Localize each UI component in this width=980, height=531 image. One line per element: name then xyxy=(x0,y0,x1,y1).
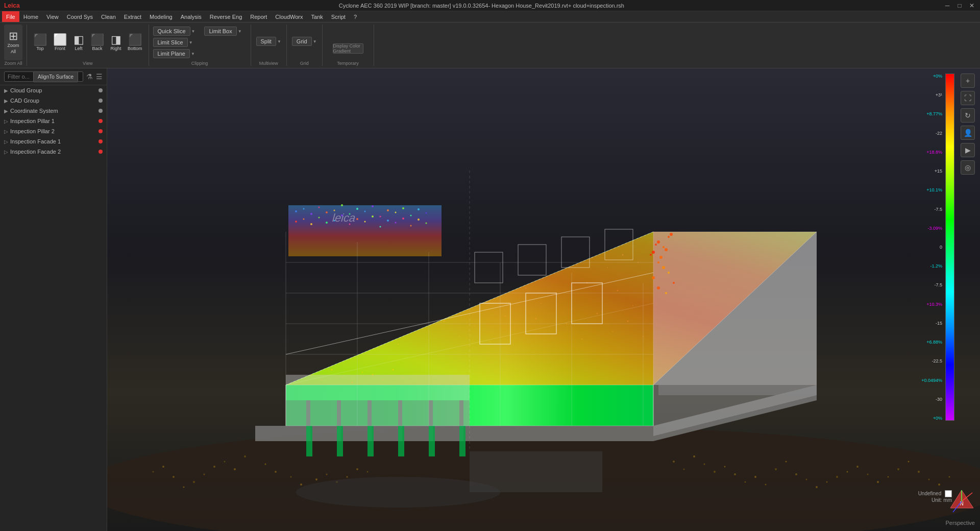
svg-point-14 xyxy=(153,471,154,473)
facade1-arrow: ▷ xyxy=(4,139,8,144)
quick-slice-arrow[interactable]: ▼ xyxy=(191,29,195,34)
display-color-gradient-toggle[interactable]: Display Color Gradient xyxy=(333,43,363,54)
menu-cloudworx[interactable]: CloudWorx xyxy=(271,11,307,22)
menu-view[interactable]: View xyxy=(42,11,63,22)
menu-coord-sys[interactable]: Coord Sys xyxy=(63,11,97,22)
3d-viewport[interactable]: leica +0% +3¹ +8.77% -22 +18.8% +15 +10.… xyxy=(107,68,980,531)
bottom-view-button[interactable]: ⬛ Bottom xyxy=(126,25,144,60)
svg-point-174 xyxy=(380,216,381,218)
quick-slice-button[interactable]: Quick Slice xyxy=(153,27,190,36)
undefined-label: Undefined xyxy=(918,490,952,497)
menu-clean[interactable]: Clean xyxy=(97,11,120,22)
right-view-icon: ◨ xyxy=(111,34,121,45)
sidebar-item-coordinate-system[interactable]: ▶ Coordinate System xyxy=(0,106,107,116)
sidebar: ⚗ ☰ ▶ Cloud Group ▶ CAD Group ▶ Coordina… xyxy=(0,68,107,531)
facade2-dot xyxy=(99,150,103,154)
nav-cube[interactable]: N xyxy=(948,488,976,516)
zoom-in-button[interactable]: + xyxy=(961,74,975,88)
menu-bar: File Home View Coord Sys Clean Extract M… xyxy=(0,11,980,22)
maximize-button[interactable]: □ xyxy=(955,2,964,10)
align-to-surface-button[interactable]: AlignTo Surface xyxy=(33,71,78,82)
svg-point-109 xyxy=(500,254,501,256)
menu-modeling[interactable]: Modeling xyxy=(145,11,177,22)
svg-point-31 xyxy=(775,468,777,470)
sidebar-item-inspection-facade-2[interactable]: ▷ Inspection Facade 2 xyxy=(0,147,107,157)
limit-plane-arrow[interactable]: ▼ xyxy=(191,52,195,56)
split-arrow[interactable]: ▼ xyxy=(277,39,281,44)
person-view-button[interactable]: 👤 xyxy=(961,126,975,140)
grid-arrow[interactable]: ▼ xyxy=(313,39,317,44)
close-button[interactable]: ✕ xyxy=(968,2,976,10)
multiview-group: Split ▼ Multiview xyxy=(251,25,287,66)
sidebar-item-inspection-pillar-1[interactable]: ▷ Inspection Pillar 1 xyxy=(0,116,107,126)
menu-report[interactable]: Report xyxy=(246,11,271,22)
limit-plane-button[interactable]: Limit Plane xyxy=(153,49,190,58)
limit-slice-button[interactable]: Limit Slice xyxy=(153,38,188,47)
menu-extract[interactable]: Extract xyxy=(120,11,145,22)
menu-tank[interactable]: Tank xyxy=(307,11,327,22)
grid-dropdown[interactable]: Grid ▼ xyxy=(292,37,317,46)
cloud-group-arrow: ▶ xyxy=(4,88,8,93)
orbit-button[interactable]: ↻ xyxy=(961,108,975,123)
filter-icon[interactable]: ⚗ xyxy=(86,73,93,81)
grid-button[interactable]: Grid xyxy=(292,37,312,46)
svg-point-111 xyxy=(530,249,532,251)
svg-point-29 xyxy=(754,476,756,478)
split-dropdown[interactable]: Split ▼ xyxy=(256,37,281,46)
menu-reverse-eng[interactable]: Reverse Eng xyxy=(206,11,247,22)
sidebar-item-inspection-pillar-2[interactable]: ▷ Inspection Pillar 2 xyxy=(0,126,107,136)
svg-point-24 xyxy=(704,464,705,465)
menu-analysis[interactable]: Analysis xyxy=(177,11,206,22)
svg-point-19 xyxy=(356,468,358,470)
toolbar: ⊞ Zoom All Zoom All ⬛ Top ⬜ Front ◧ Left… xyxy=(0,22,980,68)
svg-point-62 xyxy=(449,305,450,306)
minimize-button[interactable]: ─ xyxy=(943,2,951,10)
svg-point-81 xyxy=(413,313,414,315)
limit-slice-arrow[interactable]: ▼ xyxy=(189,40,193,45)
zoom-all-button[interactable]: ⊞ Zoom All xyxy=(4,25,22,60)
menu-icon[interactable]: ☰ xyxy=(96,73,103,81)
svg-rect-150 xyxy=(459,426,465,456)
quick-slice-dropdown[interactable]: Quick Slice ▼ xyxy=(153,27,195,36)
svg-point-171 xyxy=(356,208,358,210)
sidebar-item-inspection-facade-1[interactable]: ▷ Inspection Facade 1 xyxy=(0,136,107,147)
navigate-button[interactable]: ▶ xyxy=(961,143,975,157)
left-view-label: Left xyxy=(75,46,82,51)
sidebar-item-cad-group[interactable]: ▶ CAD Group xyxy=(0,95,107,106)
svg-point-168 xyxy=(334,210,335,211)
svg-point-13 xyxy=(162,466,164,468)
svg-rect-154 xyxy=(475,252,503,283)
limit-box-button[interactable]: Limit Box xyxy=(204,27,236,36)
bottom-view-label: Bottom xyxy=(128,46,142,51)
right-view-button[interactable]: ◨ Right xyxy=(108,25,124,60)
limit-plane-dropdown[interactable]: Limit Plane ▼ xyxy=(153,49,195,58)
menu-home[interactable]: Home xyxy=(19,11,42,22)
svg-point-207 xyxy=(670,233,673,236)
back-view-label: Back xyxy=(92,46,102,51)
svg-point-189 xyxy=(356,218,358,220)
split-button[interactable]: Split xyxy=(256,37,276,46)
menu-script[interactable]: Script xyxy=(327,11,350,22)
limit-box-arrow[interactable]: ▼ xyxy=(238,29,242,34)
target-button[interactable]: ◎ xyxy=(961,160,975,175)
front-view-button[interactable]: ⬜ Front xyxy=(51,25,69,60)
left-view-button[interactable]: ◧ Left xyxy=(71,25,86,60)
svg-point-8 xyxy=(193,481,195,483)
svg-point-204 xyxy=(655,244,657,246)
svg-rect-145 xyxy=(306,426,312,456)
scale-label-8: -3.09% xyxy=(921,226,942,231)
svg-point-4 xyxy=(204,474,205,475)
svg-point-30 xyxy=(765,484,767,486)
facade2-arrow: ▷ xyxy=(4,149,8,155)
front-view-label: Front xyxy=(55,46,65,51)
svg-rect-218 xyxy=(470,451,602,492)
svg-point-38 xyxy=(847,471,848,473)
top-view-button[interactable]: ⬛ Top xyxy=(31,25,49,60)
svg-point-213 xyxy=(657,286,660,289)
back-view-button[interactable]: ⬛ Back xyxy=(88,25,106,60)
pan-button[interactable]: ⛶ xyxy=(961,91,975,105)
limit-slice-dropdown[interactable]: Limit Slice ▼ xyxy=(153,38,193,47)
menu-help[interactable]: ? xyxy=(350,11,361,22)
limit-box-dropdown[interactable]: Limit Box ▼ xyxy=(204,27,241,36)
menu-file[interactable]: File xyxy=(2,11,19,22)
